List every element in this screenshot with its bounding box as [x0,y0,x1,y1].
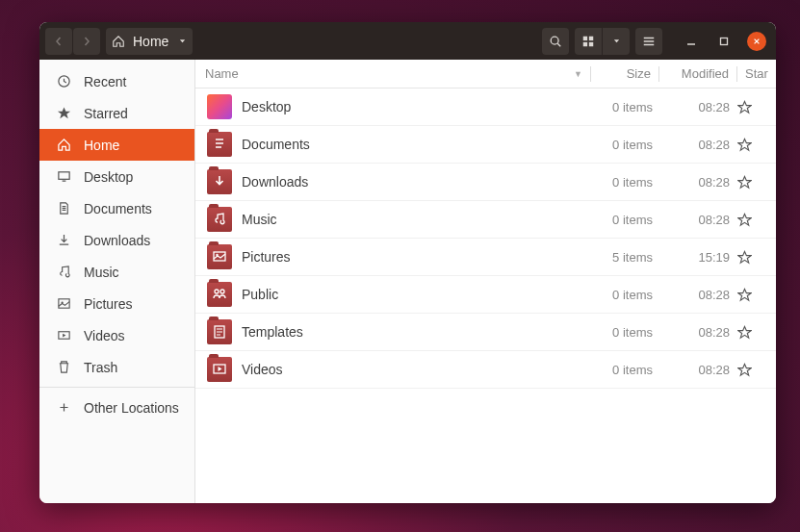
chevron-left-icon [54,37,64,46]
sidebar-item-label: Videos [84,328,125,343]
titlebar: Home [39,22,776,60]
sidebar-item-label: Starred [84,106,128,121]
svg-point-13 [215,290,219,293]
svg-rect-3 [583,41,587,45]
file-size: 5 items [593,250,660,265]
file-modified: 08:28 [660,175,737,190]
sidebar-item-label: Music [84,265,119,280]
chevron-right-icon [82,37,91,46]
minimize-button[interactable] [682,32,701,51]
file-name: Music [242,212,593,227]
file-size: 0 items [593,363,660,377]
pathbar[interactable]: Home [106,28,193,55]
main-pane: Name ▼ Size Modified Star Desktop0 items… [195,60,776,503]
sidebar-item-label: Downloads [84,233,150,248]
path-dropdown-button[interactable] [178,37,187,45]
close-button[interactable] [747,32,766,51]
desktop-icon [55,169,72,184]
maximize-button[interactable] [714,32,734,51]
file-manager-window: Home [39,22,776,503]
file-row[interactable]: Downloads0 items08:28 [195,164,776,201]
close-icon [753,38,761,45]
sidebar-item-videos[interactable]: Videos [39,319,194,351]
hamburger-menu-button[interactable] [635,28,662,55]
folder-videos-icon [207,357,232,382]
file-row[interactable]: Music0 items08:28 [195,201,776,239]
file-name: Videos [242,362,593,377]
star-button[interactable] [737,138,776,152]
file-size: 0 items [593,213,660,227]
sort-descending-icon: ▼ [574,69,582,79]
column-header-modified[interactable]: Modified [659,66,736,81]
star-outline-icon [737,288,752,302]
star-outline-icon [737,213,752,227]
trash-icon [55,360,72,374]
column-header-star[interactable]: Star [737,66,776,81]
star-button[interactable] [737,100,776,114]
back-button[interactable] [45,28,72,55]
file-name: Public [242,287,593,302]
column-header-name[interactable]: Name ▼ [195,66,590,81]
svg-point-14 [220,290,224,293]
triangle-down-icon [612,37,621,45]
file-row[interactable]: Pictures5 items15:19 [195,239,776,276]
pictures-icon [55,296,72,311]
forward-button[interactable] [73,28,100,55]
star-button[interactable] [737,363,776,377]
file-row[interactable]: Templates0 items08:28 [195,314,776,351]
star-button[interactable] [737,325,776,340]
sidebar-item-desktop[interactable]: Desktop [39,161,194,192]
grid-icon [581,35,595,48]
plus-icon [55,401,72,414]
file-row[interactable]: Documents0 items08:28 [195,126,776,164]
music-icon [55,265,72,279]
file-size: 0 items [593,100,660,114]
desktop-folder-icon [207,94,232,119]
star-button[interactable] [737,250,776,265]
file-name: Documents [242,137,593,152]
search-button[interactable] [542,28,569,55]
folder-downloads-icon [207,169,232,194]
clock-icon [55,74,72,89]
file-name: Desktop [242,99,593,114]
sidebar-item-other-locations[interactable]: Other Locations [39,392,194,423]
folder-music-icon [207,207,232,232]
svg-rect-11 [214,252,225,261]
star-filled-icon [55,106,72,120]
sidebar-item-home[interactable]: Home [39,129,194,161]
sidebar-item-label: Desktop [84,169,133,185]
file-row[interactable]: Public0 items08:28 [195,276,776,314]
star-outline-icon [737,250,752,265]
file-modified: 08:28 [660,363,737,377]
search-icon [549,35,562,48]
sidebar-item-pictures[interactable]: Pictures [39,288,194,319]
file-row[interactable]: Videos0 items08:28 [195,351,776,389]
sidebar-item-recent[interactable]: Recent [39,65,194,97]
star-outline-icon [737,175,752,190]
folder-public-icon [207,282,232,307]
file-name: Pictures [242,249,593,265]
sidebar-item-label: Recent [84,74,126,89]
folder-pictures-icon [207,244,232,269]
file-row[interactable]: Desktop0 items08:28 [195,89,776,126]
file-list[interactable]: Desktop0 items08:28Documents0 items08:28… [195,89,776,503]
downloads-icon [55,233,72,247]
svg-rect-7 [58,172,68,180]
star-button[interactable] [737,213,776,227]
file-modified: 08:28 [660,213,737,227]
star-button[interactable] [737,288,776,302]
sidebar-item-documents[interactable]: Documents [39,192,194,224]
sidebar-item-starred[interactable]: Starred [39,97,194,129]
sidebar-item-music[interactable]: Music [39,256,194,288]
svg-rect-4 [589,41,593,45]
file-modified: 15:19 [660,250,737,265]
view-grid-button[interactable] [575,28,602,55]
sidebar-item-trash[interactable]: Trash [39,351,194,383]
file-size: 0 items [593,175,660,190]
column-header-size[interactable]: Size [591,66,658,81]
star-button[interactable] [737,175,776,190]
sidebar-item-downloads[interactable]: Downloads [39,224,194,256]
view-options-button[interactable] [603,28,630,55]
triangle-down-icon [178,37,187,45]
svg-rect-1 [583,36,587,39]
